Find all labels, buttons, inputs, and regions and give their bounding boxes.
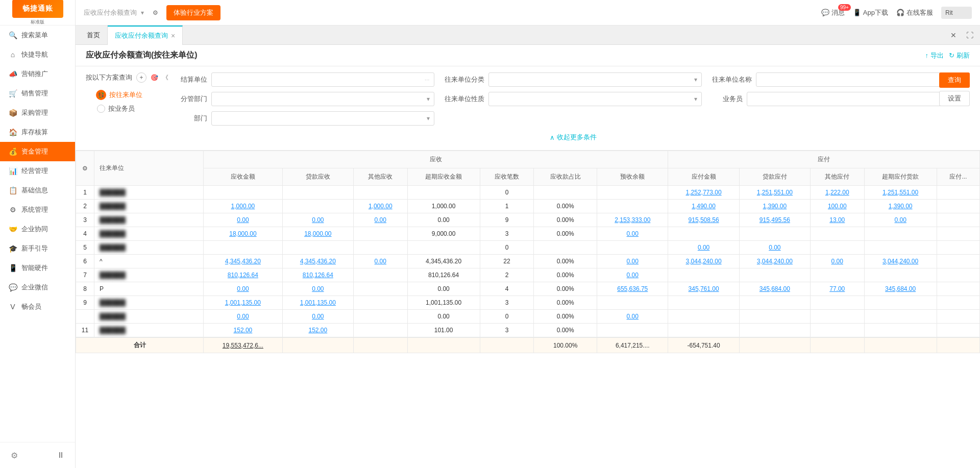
amount-cell[interactable]: 1,000.00 [231,203,255,210]
amount-cell[interactable]: 0.00 [237,313,249,320]
amount-cell[interactable]: 0.00 [312,216,324,224]
row-ar-amount[interactable]: 810,126.64 [204,268,283,282]
row-ar-loan[interactable] [282,200,353,213]
row-ap-amount[interactable]: 915,508.56 [668,213,739,227]
row-ap-loan[interactable] [739,268,810,282]
row-ap-amount[interactable]: 0.00 [668,241,739,255]
amount-cell[interactable]: 915,508.56 [689,216,719,224]
row-ap-other[interactable]: 13.00 [811,213,865,227]
row-ap-loan[interactable] [739,296,810,310]
export-btn[interactable]: ↑ 导出 [925,51,944,60]
amount-cell[interactable]: 915,495.56 [760,216,790,224]
row-ap-other[interactable] [811,310,865,324]
tab-home[interactable]: 首页 [80,26,108,45]
row-ar-loan[interactable]: 152.00 [282,324,353,338]
sidebar-item-5[interactable]: 🏠 库存核算 [0,122,75,142]
row-ar-prepay[interactable] [597,296,668,310]
sidebar-item-14[interactable]: V 畅会员 [0,297,75,316]
footer-ar-amount[interactable]: 19,553,472,6... [204,337,283,353]
row-ap-amount[interactable] [668,324,739,338]
filter-scheme-item-salesman[interactable]: 按业务员 [96,102,168,115]
row-ap-overdue[interactable]: 1,251,551.00 [864,186,937,200]
row-ap-amount[interactable] [668,296,739,310]
row-ap-other[interactable] [811,268,865,282]
collapse-more-btn[interactable]: ∧ 收起更多条件 [177,131,970,144]
sidebar-item-12[interactable]: 📱 智能硬件 [0,258,75,278]
row-ap-overdue[interactable]: 3,044,240.00 [864,255,937,268]
row-ap-other[interactable]: 0.00 [811,255,865,268]
sidebar-item-7[interactable]: 📊 经营管理 [0,161,75,181]
filter-subdept-input[interactable]: ▾ [211,111,434,126]
amount-cell[interactable]: 0.00 [894,216,906,224]
amount-cell[interactable]: 18,000.00 [304,230,331,237]
amount-cell[interactable]: 0.00 [312,285,324,292]
row-ap-amount[interactable]: 1,490.00 [668,200,739,213]
filter-company-input[interactable]: ··· [211,72,434,87]
amount-cell[interactable]: 13.00 [829,216,845,224]
filter-name-input[interactable] [756,72,970,87]
row-ar-prepay[interactable] [597,324,668,338]
topbar-gear-btn[interactable]: ⚙ [148,6,162,20]
amount-cell[interactable]: 2,153,333.00 [615,216,650,224]
amount-cell[interactable]: 3,044,240.00 [883,258,918,265]
amount-cell[interactable]: 1,390.00 [889,203,913,210]
row-ar-other[interactable] [353,186,407,200]
row-ap-overdue[interactable] [864,310,937,324]
amount-cell[interactable]: 1,001,135.00 [300,299,336,306]
row-ap-loan[interactable]: 3,044,240.00 [739,255,810,268]
row-ar-prepay[interactable]: 655,636.75 [597,282,668,296]
row-ap-other[interactable] [811,241,865,255]
row-ar-amount[interactable]: 0.00 [204,282,283,296]
sidebar-item-0[interactable]: 🔍 搜索菜单 [0,26,75,45]
amount-cell[interactable]: 3,044,240.00 [686,258,722,265]
row-ar-prepay[interactable] [597,241,668,255]
filter-settings-icon[interactable]: 🎯 [151,74,158,81]
amount-cell[interactable]: 18,000.00 [229,230,256,237]
row-ap-amount[interactable]: 1,252,773.00 [668,186,739,200]
amount-cell[interactable]: 1,252,773.00 [686,189,722,196]
amount-cell[interactable]: 345,761.00 [689,285,719,292]
row-ar-prepay[interactable]: 0.00 [597,310,668,324]
filter-nature-input[interactable]: ▾ [488,92,702,106]
row-ar-other[interactable]: 0.00 [353,213,407,227]
filter-collapse-btn[interactable]: 《 [162,73,168,82]
sidebar-settings-btn[interactable]: ⚙ [5,448,23,463]
sidebar-item-10[interactable]: 🤝 企业协同 [0,219,75,239]
amount-cell[interactable]: 0.00 [237,285,249,292]
row-ar-amount[interactable]: 1,000.00 [204,200,283,213]
amount-cell[interactable]: 1,251,551.00 [757,189,793,196]
row-ar-loan[interactable] [282,241,353,255]
row-ar-loan[interactable]: 0.00 [282,213,353,227]
amount-cell[interactable]: 345,684.00 [760,285,790,292]
row-ar-other[interactable] [353,296,407,310]
sidebar-item-8[interactable]: 📋 基础信息 [0,181,75,200]
row-ap-overdue[interactable]: 1,390.00 [864,200,937,213]
row-ar-loan[interactable]: 810,126.64 [282,268,353,282]
tab-close-btn[interactable]: × [171,32,175,40]
row-ar-amount[interactable]: 18,000.00 [204,227,283,241]
row-ap-overdue[interactable] [864,241,937,255]
row-ap-overdue[interactable]: 0.00 [864,213,937,227]
row-ap-other[interactable] [811,324,865,338]
amount-cell[interactable]: 0.00 [627,230,639,237]
row-ar-amount[interactable]: 0.00 [204,213,283,227]
row-ar-prepay[interactable]: 0.00 [597,255,668,268]
row-ap-other[interactable] [811,296,865,310]
row-ap-loan[interactable] [739,227,810,241]
topbar-service-btn[interactable]: 🎧 在线客服 [896,8,933,17]
row-ar-loan[interactable]: 1,001,135.00 [282,296,353,310]
sidebar-item-13[interactable]: 💬 企业微信 [0,278,75,297]
sidebar-item-4[interactable]: 📦 采购管理 [0,103,75,122]
row-ar-other[interactable] [353,324,407,338]
amount-cell[interactable]: 810,126.64 [303,272,333,279]
th-settings-gear[interactable]: ⚙ [76,151,94,186]
sidebar-collapse-btn[interactable]: ⏸ [52,448,70,463]
row-ar-other[interactable]: 1,000.00 [353,200,407,213]
tabbar-close-btn[interactable]: ✕ [947,29,960,41]
row-ar-other[interactable] [353,241,407,255]
row-ap-loan[interactable]: 1,251,551.00 [739,186,810,200]
row-ap-amount[interactable]: 345,761.00 [668,282,739,296]
amount-cell[interactable]: 810,126.64 [228,272,258,279]
row-ar-amount[interactable]: 1,001,135.00 [204,296,283,310]
filter-salesman-input[interactable]: ··· [747,92,970,106]
